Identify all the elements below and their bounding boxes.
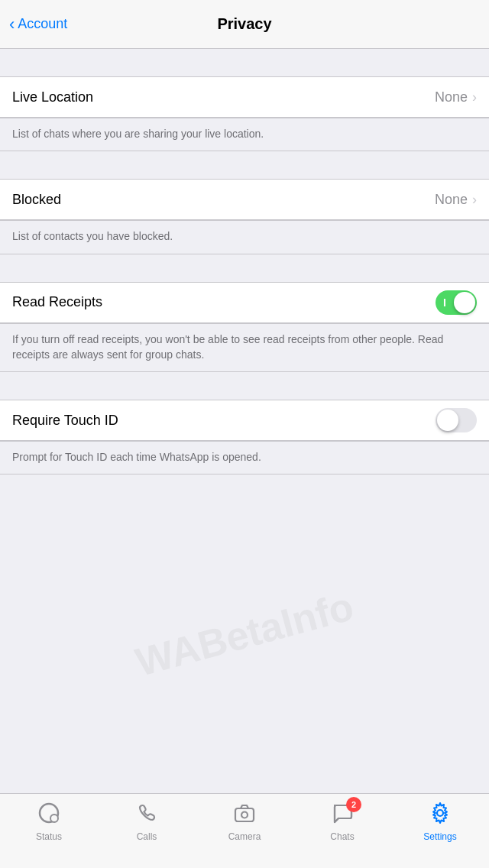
toggle-on-icon: I xyxy=(443,296,446,309)
touch-id-description: Prompt for Touch ID each time WhatsApp i… xyxy=(12,451,261,463)
status-icon xyxy=(37,802,60,828)
content-area: Live Location None › List of chats where… xyxy=(0,49,489,549)
tab-calls-label: Calls xyxy=(137,831,157,842)
blocked-group: Blocked None › xyxy=(0,179,489,220)
top-spacer xyxy=(0,49,489,76)
tab-calls[interactable]: Calls xyxy=(98,802,196,842)
navigation-header: ‹ Account Privacy xyxy=(0,0,489,49)
touch-id-row: Require Touch ID xyxy=(0,400,489,440)
blocked-row[interactable]: Blocked None › xyxy=(0,180,489,219)
svg-point-1 xyxy=(50,815,58,822)
chevron-right-icon: › xyxy=(472,192,477,208)
blocked-description: List of contacts you have blocked. xyxy=(12,230,173,242)
tab-status-label: Status xyxy=(36,831,62,842)
touch-id-description-row: Prompt for Touch ID each time WhatsApp i… xyxy=(0,441,489,474)
back-button[interactable]: ‹ Account xyxy=(9,15,67,34)
svg-point-4 xyxy=(437,810,443,816)
tab-chats[interactable]: 2 Chats xyxy=(293,802,391,842)
chats-icon: 2 xyxy=(331,802,354,828)
read-receipts-label: Read Receipts xyxy=(12,294,102,310)
live-location-label: Live Location xyxy=(12,89,93,105)
spacer-2 xyxy=(0,254,489,282)
live-location-right: None › xyxy=(435,89,477,105)
tab-camera-label: Camera xyxy=(228,831,261,842)
live-location-value: None xyxy=(435,89,468,105)
tab-settings[interactable]: Settings xyxy=(391,802,489,842)
live-location-row[interactable]: Live Location None › xyxy=(0,77,489,117)
read-receipts-description: If you turn off read receipts, you won't… xyxy=(12,333,443,361)
toggle-thumb xyxy=(454,292,475,313)
watermark: WABetaInfo xyxy=(131,583,358,685)
back-label: Account xyxy=(18,16,67,32)
touch-id-label: Require Touch ID xyxy=(12,413,118,429)
read-receipts-toggle[interactable]: I xyxy=(436,290,477,315)
chevron-right-icon: › xyxy=(472,89,477,105)
chevron-left-icon: ‹ xyxy=(9,15,15,34)
read-receipts-row: Read Receipts I xyxy=(0,283,489,322)
blocked-value: None xyxy=(435,192,468,208)
read-receipts-description-row: If you turn off read receipts, you won't… xyxy=(0,323,489,373)
tab-bar: Status Calls Camera 2 Chat xyxy=(0,793,489,868)
settings-icon xyxy=(429,802,452,828)
touch-id-toggle[interactable] xyxy=(436,408,477,432)
svg-point-3 xyxy=(241,812,248,818)
touch-id-group: Require Touch ID xyxy=(0,400,489,441)
blocked-description-row: List of contacts you have blocked. xyxy=(0,220,489,254)
toggle-thumb-off xyxy=(437,410,458,431)
blocked-label: Blocked xyxy=(12,192,61,208)
spacer-3 xyxy=(0,372,489,400)
blocked-right: None › xyxy=(435,192,477,208)
tab-camera[interactable]: Camera xyxy=(196,802,293,842)
live-location-description-row: List of chats where you are sharing your… xyxy=(0,118,489,151)
camera-icon xyxy=(233,802,256,828)
live-location-group: Live Location None › xyxy=(0,76,489,118)
spacer-1 xyxy=(0,151,489,179)
svg-rect-2 xyxy=(235,808,254,821)
calls-icon xyxy=(135,802,158,828)
tab-status[interactable]: Status xyxy=(0,802,98,842)
live-location-description: List of chats where you are sharing your… xyxy=(12,128,264,140)
tab-settings-label: Settings xyxy=(423,831,456,842)
tab-chats-label: Chats xyxy=(330,831,354,842)
read-receipts-group: Read Receipts I xyxy=(0,282,489,323)
page-title: Privacy xyxy=(217,15,271,33)
chats-badge: 2 xyxy=(346,797,361,812)
